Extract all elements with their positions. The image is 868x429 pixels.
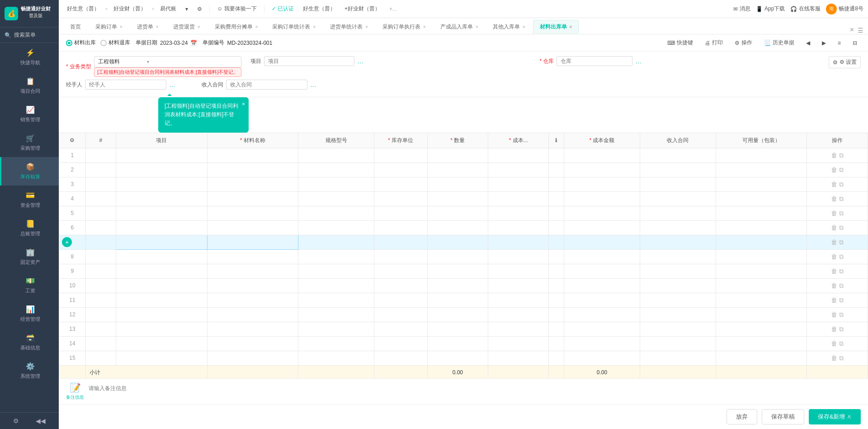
row-2-contract[interactable]	[640, 162, 716, 177]
row-11-delete-btn[interactable]: 🗑	[831, 296, 837, 304]
save-new-btn[interactable]: 保存&新增 ∧	[809, 409, 861, 424]
topbar-good-finance2[interactable]: +好业财（普）	[341, 3, 384, 14]
tab-material-outbound[interactable]: 材料出库单 ×	[533, 20, 579, 34]
sidebar-item-project[interactable]: 📋 项目合同	[0, 72, 59, 100]
add-row-btn[interactable]: +	[62, 237, 72, 247]
row-3-delete-btn[interactable]: 🗑	[831, 181, 837, 188]
sidebar-item-finance[interactable]: 💳 资金管理	[0, 186, 59, 214]
row-12-copy-btn[interactable]: ⧉	[839, 311, 844, 319]
topbar-more-btn[interactable]: ▾	[182, 4, 192, 14]
tab-purchase-stat[interactable]: 采购订单统计表 ×	[265, 20, 322, 34]
row-1-qty[interactable]	[427, 148, 488, 162]
sidebar-item-inventory[interactable]: 📦 库存核算	[0, 157, 59, 186]
tab-purchase-exec[interactable]: 采购订单执行表 ×	[376, 20, 433, 34]
tab-home[interactable]: 首页	[63, 20, 88, 34]
row-3-copy-btn[interactable]: ⧉	[839, 181, 844, 188]
topbar-app-download[interactable]: 📱 App下载	[756, 5, 785, 13]
income-contract-dots-btn[interactable]: …	[310, 81, 316, 88]
row-10-copy-btn[interactable]: ⧉	[839, 282, 844, 290]
sidebar-item-sales[interactable]: 📈 销售管理	[0, 100, 59, 129]
sidebar-item-shortcut[interactable]: ⚡ 快捷导航	[0, 43, 59, 72]
tab-purchase-expense[interactable]: 采购费用分摊单 ×	[208, 20, 265, 34]
income-contract-input[interactable]	[226, 80, 307, 90]
warehouse-input[interactable]	[557, 56, 632, 66]
tab-purchase-exec-close[interactable]: ×	[423, 24, 426, 29]
tab-inbound-close[interactable]: ×	[156, 24, 159, 29]
tab-close-all[interactable]: ×	[850, 26, 854, 34]
tab-purchase-stat-close[interactable]: ×	[313, 24, 316, 29]
row-1-project[interactable]	[116, 148, 207, 162]
row-6-delete-btn[interactable]: 🗑	[831, 224, 837, 231]
topbar-good-biz[interactable]: 好生意（普）	[63, 3, 103, 14]
tab-product-inbound-close[interactable]: ×	[476, 24, 478, 29]
row-7-copy-btn[interactable]: ⧉	[839, 238, 844, 246]
project-dots-btn[interactable]: …	[357, 57, 363, 65]
tab-inbound-stat[interactable]: 进货单统计表 ×	[323, 20, 375, 34]
row-2-project[interactable]	[116, 162, 207, 177]
row-2-material[interactable]	[207, 162, 298, 177]
topbar-good-biz2[interactable]: 好生意（普）	[299, 3, 339, 14]
tab-other-inbound[interactable]: 其他入库单 ×	[486, 20, 532, 34]
row-9-copy-btn[interactable]: ⧉	[839, 267, 844, 275]
handler-dots-btn[interactable]: …	[169, 81, 175, 88]
operation-btn[interactable]: ⚙ 操作	[731, 37, 756, 48]
tab-inbound[interactable]: 进货单 ×	[130, 20, 165, 34]
row-1-cost[interactable]	[488, 148, 549, 162]
row-14-copy-btn[interactable]: ⧉	[839, 340, 844, 348]
history-btn[interactable]: 📃 历史单据	[760, 37, 798, 48]
sidebar-item-assets[interactable]: 🏢 固定资产	[0, 243, 59, 271]
topbar-certified[interactable]: ✓ 已认证	[268, 3, 297, 14]
tooltip-close-btn[interactable]: ×	[242, 100, 245, 109]
topbar-experience[interactable]: ☺ 我要体验一下	[213, 3, 260, 14]
date-value[interactable]: 2023-03-24	[160, 40, 188, 46]
sidebar-item-basic[interactable]: 🗃️ 基础信息	[0, 328, 59, 357]
row-8-copy-btn[interactable]: ⧉	[839, 253, 844, 261]
row-5-delete-btn[interactable]: 🗑	[831, 210, 837, 217]
sidebar-item-payroll[interactable]: 💵 工资	[0, 271, 59, 300]
project-input[interactable]	[264, 56, 354, 66]
topbar-easy-proxy[interactable]: 易代账	[156, 3, 180, 14]
tab-inbound-return-close[interactable]: ×	[198, 24, 200, 29]
tab-purchase-order-close[interactable]: ×	[120, 24, 123, 29]
row-9-delete-btn[interactable]: 🗑	[831, 267, 837, 275]
topbar-user[interactable]: 用 畅捷通8号	[826, 4, 863, 14]
tab-menu-btn[interactable]: ☰	[858, 27, 863, 34]
sidebar-item-system[interactable]: ⚙️ 系统管理	[0, 357, 59, 385]
biz-type-select[interactable]: 工程领料 ▾	[94, 56, 241, 67]
view-grid-btn[interactable]: ⊟	[849, 38, 861, 48]
row-8-delete-btn[interactable]: 🗑	[831, 253, 837, 260]
tab-material-outbound-close[interactable]: ×	[570, 24, 572, 29]
tab-product-inbound[interactable]: 产成品入库单 ×	[434, 20, 485, 34]
print-btn[interactable]: 🖨 打印	[701, 37, 726, 48]
handler-input[interactable]	[85, 80, 166, 90]
row-2-cost[interactable]	[488, 162, 549, 177]
save-draft-btn[interactable]: 保存草稿	[762, 409, 804, 424]
shortcut-key-btn[interactable]: ⌨ 快捷键	[664, 37, 697, 48]
warehouse-dots-btn[interactable]: …	[635, 57, 642, 65]
row-2-cost-amt[interactable]	[564, 162, 640, 177]
col-header-settings[interactable]: ⚙	[59, 133, 86, 148]
row-15-delete-btn[interactable]: 🗑	[831, 354, 837, 362]
row-10-delete-btn[interactable]: 🗑	[831, 282, 837, 289]
topbar-message[interactable]: ✉ 消息	[733, 5, 750, 13]
tab-other-inbound-close[interactable]: ×	[523, 24, 525, 29]
row-1-avail[interactable]	[716, 148, 807, 162]
tab-purchase-order[interactable]: 采购订单 ×	[89, 20, 129, 34]
settings-btn[interactable]: ⚙ ⚙ 设置	[829, 56, 861, 68]
sidebar-search[interactable]: 🔍 搜索菜单	[0, 28, 59, 43]
row-11-copy-btn[interactable]: ⧉	[839, 296, 844, 304]
row-6-copy-btn[interactable]: ⧉	[839, 224, 844, 232]
row-2-qty[interactable]	[427, 162, 488, 177]
topbar-settings-icon[interactable]: ⚙	[193, 4, 206, 14]
row-7-delete-btn[interactable]: 🗑	[831, 238, 837, 246]
row-1-copy-btn[interactable]: ⧉	[839, 152, 844, 159]
topbar-more-dots[interactable]: +...	[386, 4, 401, 14]
sidebar-settings-btn[interactable]: ⚙	[13, 417, 19, 424]
row-2-unit[interactable]	[374, 162, 428, 177]
row-13-copy-btn[interactable]: ⧉	[839, 325, 844, 333]
row-5-copy-btn[interactable]: ⧉	[839, 210, 844, 217]
row-1-contract[interactable]	[640, 148, 716, 162]
topbar-online-service[interactable]: 🎧 在线客服	[790, 5, 821, 13]
sidebar-item-operations[interactable]: 📊 经营管理	[0, 300, 59, 328]
notes-input[interactable]	[89, 382, 861, 394]
